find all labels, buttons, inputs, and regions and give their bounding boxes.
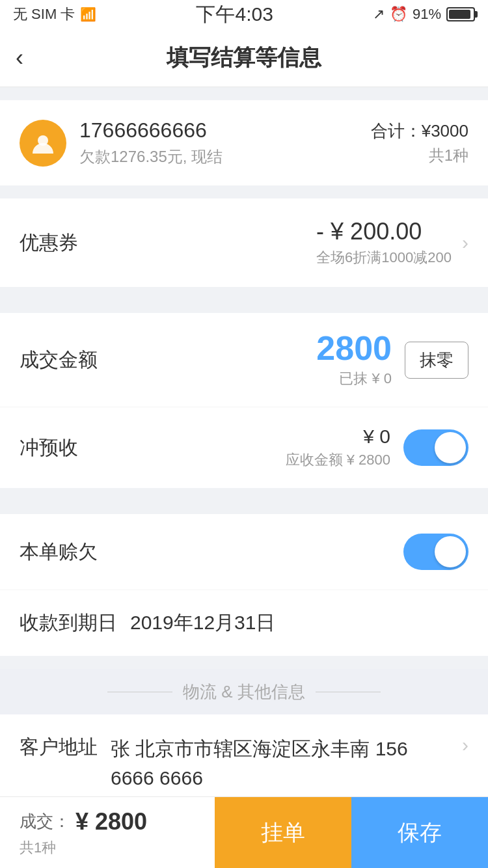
footer-deal-amount: ¥ 2800 xyxy=(75,808,147,835)
coupon-label: 优惠券 xyxy=(20,230,78,256)
footer-deal: 成交： ¥ 2800 xyxy=(20,808,195,835)
customer-debt: 欠款1276.35元, 现结 xyxy=(79,146,223,167)
back-button[interactable]: ‹ xyxy=(16,44,23,72)
address-label: 客户地址 xyxy=(20,734,98,761)
duedate-value: 2019年12月31日 xyxy=(130,610,275,636)
location-icon: ↗ xyxy=(373,6,385,23)
amount-section: 成交金额 2800 已抹 ¥ 0 抹零 冲预收 ¥ 0 应收金额 ¥ 2800 xyxy=(0,313,488,488)
battery-percent: 91% xyxy=(413,6,441,23)
total-amount: 合计：¥3000 xyxy=(371,120,468,142)
credit-toggle-knob xyxy=(435,536,466,567)
page-title: 填写结算等信息 xyxy=(167,43,321,73)
divider-2 xyxy=(0,287,488,300)
battery-fill xyxy=(449,10,470,19)
divider-1 xyxy=(0,185,488,198)
footer-deal-label: 成交： xyxy=(20,810,70,833)
prepay-label: 冲预收 xyxy=(20,435,78,461)
duedate-label: 收款到期日 xyxy=(20,610,117,636)
coupon-right: - ¥ 200.00 全场6折满1000减200 › xyxy=(316,218,468,267)
deal-amount-row: 成交金额 2800 已抹 ¥ 0 抹零 xyxy=(0,313,488,407)
content: 17666666666 欠款1276.35元, 现结 合计：¥3000 共1种 … xyxy=(0,100,488,868)
total-count: 共1种 xyxy=(371,145,468,166)
prepay-right: ¥ 0 应收金额 ¥ 2800 xyxy=(286,426,468,470)
save-button[interactable]: 保存 xyxy=(351,797,488,869)
fuzero-button[interactable]: 抹零 xyxy=(405,342,468,379)
customer-card: 17666666666 欠款1276.35元, 现结 合计：¥3000 共1种 xyxy=(0,100,488,185)
status-right: ↗ ⏰ 91% xyxy=(373,6,475,23)
logistics-label: 物流 & 其他信息 xyxy=(107,681,381,703)
address-value: 张 北京市市辖区海淀区永丰南 156 6666 6666 xyxy=(98,734,462,793)
wifi-icon: 📶 xyxy=(80,7,96,22)
customer-right: 合计：¥3000 共1种 xyxy=(371,120,468,166)
prepay-receivable: 应收金额 ¥ 2800 xyxy=(286,450,390,470)
divider-3 xyxy=(0,488,488,501)
customer-phone: 17666666666 xyxy=(79,118,223,142)
deal-amount-label: 成交金额 xyxy=(20,347,98,373)
status-bar: 无 SIM 卡 📶 下午4:03 ↗ ⏰ 91% xyxy=(0,0,488,29)
credit-label: 本单赊欠 xyxy=(20,539,98,565)
deal-amount-value: 2800 xyxy=(316,331,392,365)
deal-amount-right: 2800 已抹 ¥ 0 抹零 xyxy=(316,331,468,388)
credit-toggle[interactable] xyxy=(403,534,468,570)
address-chevron-icon: › xyxy=(462,734,468,756)
prepay-amount: ¥ 0 xyxy=(286,426,390,448)
status-time: 下午4:03 xyxy=(196,1,273,28)
customer-info: 17666666666 欠款1276.35元, 现结 xyxy=(79,118,223,167)
prepay-toggle[interactable] xyxy=(403,429,468,466)
battery-bar xyxy=(446,7,475,21)
nav-bar: ‹ 填写结算等信息 xyxy=(0,29,488,87)
coupon-desc: 全场6折满1000减200 xyxy=(316,248,452,267)
footer: 成交： ¥ 2800 共1种 挂单 保存 xyxy=(0,796,488,868)
credit-row: 本单赊欠 xyxy=(0,514,488,590)
credit-section-wrapper: 本单赊欠 收款到期日 2019年12月31日 xyxy=(0,514,488,656)
pending-button[interactable]: 挂单 xyxy=(215,797,351,869)
coupon-discount: - ¥ 200.00 xyxy=(316,218,452,245)
coupon-row[interactable]: 优惠券 - ¥ 200.00 全场6折满1000减200 › xyxy=(0,198,488,287)
alarm-icon: ⏰ xyxy=(390,6,407,23)
duedate-row: 收款到期日 2019年12月31日 xyxy=(0,590,488,656)
deal-amount-sub: 已抹 ¥ 0 xyxy=(316,369,392,388)
prepay-values: ¥ 0 应收金额 ¥ 2800 xyxy=(286,426,390,470)
toggle-knob xyxy=(435,432,466,463)
footer-info: 成交： ¥ 2800 共1种 xyxy=(0,808,215,858)
logistics-divider: 物流 & 其他信息 xyxy=(0,669,488,714)
footer-count: 共1种 xyxy=(20,838,195,858)
chevron-right-icon: › xyxy=(462,232,468,254)
status-left: 无 SIM 卡 📶 xyxy=(13,5,96,24)
avatar xyxy=(20,120,66,167)
prepay-row: 冲预收 ¥ 0 应收金额 ¥ 2800 xyxy=(0,407,488,488)
customer-left: 17666666666 欠款1276.35元, 现结 xyxy=(20,118,223,167)
carrier-text: 无 SIM 卡 xyxy=(13,5,75,24)
